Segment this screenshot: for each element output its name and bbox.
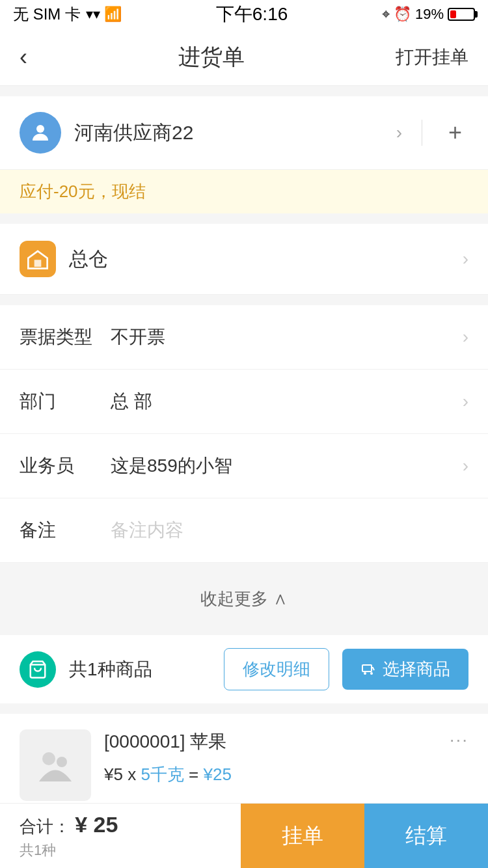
department-chevron-icon: › xyxy=(463,391,468,412)
nav-bar: ‹ 进货单 打开挂单 xyxy=(0,29,488,86)
salesman-chevron-icon: › xyxy=(463,455,468,476)
payment-notice: 应付-20元，现结 xyxy=(0,170,488,213)
supplier-chevron-icon: › xyxy=(396,122,402,143)
product-more-button[interactable]: ··· xyxy=(450,729,468,750)
product-card: [0000001] 苹果 ¥5 x 5千克 = ¥25 ··· xyxy=(0,714,488,817)
warehouse-icon xyxy=(27,249,48,269)
product-total: ¥25 xyxy=(204,765,232,784)
add-button[interactable]: + xyxy=(442,119,468,146)
warehouse-icon-wrap xyxy=(20,241,56,277)
product-price: ¥5 x 5千克 = ¥25 xyxy=(104,763,437,786)
department-value: 总 部 xyxy=(111,389,463,414)
product-cart-icon-wrap xyxy=(20,651,56,688)
supplier-section: 河南供应商22 › + 应付-20元，现结 xyxy=(0,96,488,213)
footer: 合计： ¥ 25 共1种 挂单 结算 xyxy=(0,803,488,868)
footer-total: 合计： ¥ 25 共1种 xyxy=(0,804,241,868)
product-header: 共1种商品 修改明细 选择商品 xyxy=(0,635,488,703)
divider xyxy=(422,120,422,146)
product-name: [0000001] 苹果 xyxy=(104,729,437,754)
salesman-value: 这是859的小智 xyxy=(111,454,463,478)
remark-label: 备注 xyxy=(20,518,111,543)
supplier-avatar xyxy=(20,112,61,154)
back-button[interactable]: ‹ xyxy=(20,44,27,71)
warehouse-section: 总仓 › xyxy=(0,224,488,295)
suspend-button[interactable]: 挂单 xyxy=(241,804,364,868)
svg-point-4 xyxy=(364,672,366,675)
person-icon xyxy=(29,121,52,144)
svg-point-5 xyxy=(370,672,373,675)
product-placeholder-icon xyxy=(36,746,75,785)
product-thumbnail xyxy=(20,729,91,801)
checkout-button[interactable]: 结算 xyxy=(364,804,488,868)
collapse-bar[interactable]: 收起更多 ∧ xyxy=(0,573,488,625)
invoice-label: 票据类型 xyxy=(20,325,111,349)
svg-rect-1 xyxy=(34,260,42,267)
warehouse-row[interactable]: 总仓 › xyxy=(0,224,488,295)
product-count-label: 共1种商品 xyxy=(69,657,211,682)
form-section: 票据类型 不开票 › 部门 总 部 › 业务员 这是859的小智 › 备注 备注… xyxy=(0,305,488,563)
invoice-row[interactable]: 票据类型 不开票 › xyxy=(0,305,488,370)
edit-detail-button[interactable]: 修改明细 xyxy=(224,648,329,690)
salesman-label: 业务员 xyxy=(20,454,111,478)
page-title: 进货单 xyxy=(178,42,245,72)
product-equals: = xyxy=(189,765,203,784)
cart-icon xyxy=(28,660,47,679)
wifi-icon: ▾▾ 📶 xyxy=(86,6,122,23)
supplier-row[interactable]: 河南供应商22 › + xyxy=(0,96,488,170)
sim-label: 无 SIM 卡 xyxy=(13,4,81,25)
product-code: [0000001] xyxy=(104,731,185,752)
total-amount: ¥ 25 xyxy=(75,812,118,837)
product-unit-price: ¥5 xyxy=(104,765,123,784)
invoice-value: 不开票 xyxy=(111,325,463,349)
svg-point-0 xyxy=(36,125,44,133)
status-right: ⌖ ⏰ 19% xyxy=(382,6,475,23)
alarm-icon: ⏰ xyxy=(394,6,411,23)
product-title: 苹果 xyxy=(190,731,226,752)
warehouse-chevron-icon: › xyxy=(463,249,468,269)
status-bar: 无 SIM 卡 ▾▾ 📶 下午6:16 ⌖ ⏰ 19% xyxy=(0,0,488,29)
total-main: 合计： ¥ 25 xyxy=(20,812,221,838)
department-row[interactable]: 部门 总 部 › xyxy=(0,370,488,434)
svg-point-7 xyxy=(57,757,67,767)
warehouse-label: 总仓 xyxy=(69,246,463,273)
battery-percent: 19% xyxy=(415,6,444,23)
remark-input[interactable]: 备注内容 xyxy=(111,518,468,543)
open-pending-button[interactable]: 打开挂单 xyxy=(396,45,468,70)
supplier-name: 河南供应商22 xyxy=(74,120,396,146)
product-info: [0000001] 苹果 ¥5 x 5千克 = ¥25 xyxy=(104,729,437,786)
invoice-chevron-icon: › xyxy=(463,327,468,347)
total-label: 合计： xyxy=(20,817,70,836)
svg-rect-3 xyxy=(362,665,372,671)
remark-row[interactable]: 备注 备注内容 xyxy=(0,498,488,563)
product-header-section: 共1种商品 修改明细 选择商品 xyxy=(0,635,488,703)
svg-point-6 xyxy=(42,752,55,765)
total-sub: 共1种 xyxy=(20,841,221,860)
select-product-button[interactable]: 选择商品 xyxy=(342,649,468,690)
status-time: 下午6:16 xyxy=(216,2,288,27)
product-multiply: x xyxy=(128,765,141,784)
select-product-icon xyxy=(360,662,376,677)
department-label: 部门 xyxy=(20,389,111,414)
salesman-row[interactable]: 业务员 这是859的小智 › xyxy=(0,434,488,498)
status-left: 无 SIM 卡 ▾▾ 📶 xyxy=(13,4,122,25)
product-qty: 5千克 xyxy=(141,765,183,784)
location-icon: ⌖ xyxy=(382,6,390,23)
battery-icon xyxy=(448,8,475,21)
